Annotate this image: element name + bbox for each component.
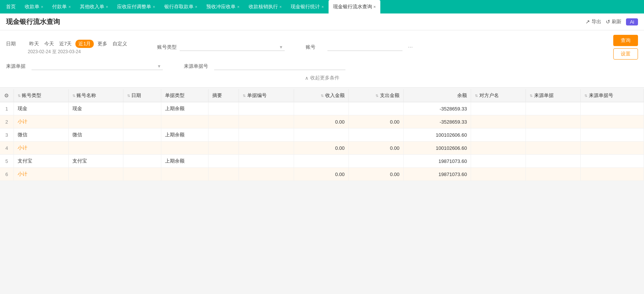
close-fukuandan-icon[interactable]: ×: [68, 4, 71, 9]
nav-tab-yushouchong[interactable]: 预收冲应收单 ×: [202, 0, 244, 13]
table-row: 5支付宝支付宝上期余额19871073.60: [0, 155, 644, 168]
export-button[interactable]: ↗ 导出: [585, 18, 601, 25]
cell-summary: [209, 142, 239, 155]
nav-tab-home[interactable]: 首页: [2, 0, 20, 13]
collapse-up-icon: ∧: [305, 75, 309, 81]
export-icon: ↗: [585, 19, 590, 25]
th-expense[interactable]: ⇅ 支出金额: [348, 89, 403, 102]
cell-date: [123, 102, 161, 115]
th-source-doc[interactable]: ⇅ 来源单据: [526, 89, 581, 102]
account-type-select[interactable]: ▾: [180, 43, 285, 51]
cell-source-doc: [526, 155, 581, 168]
cell-account-name: [68, 168, 123, 181]
account-more-icon[interactable]: ···: [405, 43, 415, 51]
nav-tab-tongji[interactable]: 现金银行统计 ×: [286, 0, 328, 13]
close-hexiao-icon[interactable]: ×: [279, 4, 282, 9]
close-liushui-icon[interactable]: ×: [374, 4, 376, 9]
date-1month[interactable]: 近1月: [75, 40, 94, 48]
cell-doc-type: 上期余额: [161, 155, 209, 168]
cell-account-name: 支付宝: [68, 155, 123, 168]
sort-counterparty-icon: ⇅: [475, 94, 478, 98]
nav-tab-liushui[interactable]: 现金银行流水查询 ×: [329, 0, 380, 13]
cell-account-name: [68, 142, 123, 155]
nav-tab-tiaozhen[interactable]: 应收应付调整单 ×: [113, 0, 159, 13]
cell-income: [294, 155, 348, 168]
table-settings-col[interactable]: ⚙: [0, 89, 14, 102]
table-row: 3微信微信上期余额100102606.60: [0, 128, 644, 142]
cell-date: [123, 142, 161, 155]
cell-doc-type: [161, 168, 209, 181]
th-source-doc-no[interactable]: ⇅ 来源单据号: [581, 89, 644, 102]
th-summary: 摘要: [209, 89, 239, 102]
cunqu-tab-label: 银行存取款单: [164, 3, 194, 10]
cell-counterparty: [471, 155, 525, 168]
account-input[interactable]: [327, 43, 402, 51]
cell-balance: 19871073.60: [403, 168, 471, 181]
settings-button[interactable]: 设置: [613, 48, 638, 60]
ai-label: Ai: [630, 19, 634, 25]
export-label: 导出: [591, 18, 601, 25]
cell-date: [123, 128, 161, 142]
account-filter: 账号 ···: [306, 43, 415, 51]
nav-tab-cunqu[interactable]: 银行存取款单 ×: [160, 0, 202, 13]
date-range-text: 2023-02-24 至 2023-03-24: [28, 49, 81, 54]
nav-tab-fukuandan[interactable]: 付款单 ×: [48, 0, 75, 13]
date-options: 昨天 今天 近7天 近1月 更多 自定义: [28, 40, 129, 48]
close-cunqu-icon[interactable]: ×: [195, 4, 197, 9]
cell-row-num: 1: [0, 102, 14, 115]
th-balance: 余额: [403, 89, 471, 102]
cell-source-doc-no: [581, 168, 644, 181]
close-tongji-icon[interactable]: ×: [321, 4, 324, 9]
source-doc-no-label: 来源单据号: [184, 63, 208, 70]
source-doc-no-input[interactable]: [214, 63, 345, 70]
page-header: 现金银行流水查询 ↗ 导出 ↺ 刷新 Ai: [0, 13, 644, 30]
close-shoukuandan-icon[interactable]: ×: [41, 4, 43, 9]
date-filter-group: 日期 昨天 今天 近7天 近1月 更多 自定义 2023-02-24 至 202…: [6, 40, 129, 55]
date-more[interactable]: 更多: [96, 40, 109, 48]
collapse-bar[interactable]: ∧ 收起更多条件: [6, 73, 638, 83]
cell-balance: -3528659.33: [403, 102, 471, 115]
date-custom[interactable]: 自定义: [111, 40, 129, 48]
nav-tab-hexiao[interactable]: 收款核销执行 ×: [244, 0, 286, 13]
cell-doc-type: 上期余额: [161, 102, 209, 115]
date-today[interactable]: 今天: [43, 40, 56, 48]
refresh-button[interactable]: ↺ 刷新: [606, 18, 621, 25]
tiaozhen-tab-label: 应收应付调整单: [117, 3, 151, 10]
cell-account-name: 现金: [68, 102, 123, 115]
table-gear-icon[interactable]: ⚙: [4, 93, 9, 98]
sort-date-icon: ⇅: [127, 94, 130, 98]
close-qitashouru-icon[interactable]: ×: [106, 4, 108, 9]
cell-expense: [348, 155, 403, 168]
sort-source-doc-icon: ⇅: [530, 94, 533, 98]
cell-date: [123, 115, 161, 128]
th-account-type[interactable]: ⇅ 账号类型: [14, 89, 68, 102]
cell-source-doc: [526, 115, 581, 128]
close-tiaozhen-icon[interactable]: ×: [153, 4, 155, 9]
nav-tab-qitashouru[interactable]: 其他收入单 ×: [75, 0, 113, 13]
th-account-name[interactable]: ⇅ 账号名称: [68, 89, 123, 102]
th-counterparty[interactable]: ⇅ 对方户名: [471, 89, 525, 102]
th-doc-no[interactable]: ⇅ 单据编号: [239, 89, 294, 102]
shoukuandan-tab-label: 收款单: [25, 3, 39, 10]
date-7days[interactable]: 近7天: [58, 40, 73, 48]
cell-balance: 100102606.60: [403, 128, 471, 142]
date-yesterday[interactable]: 昨天: [28, 40, 41, 48]
nav-tab-shoukuandan[interactable]: 收款单 ×: [20, 0, 48, 13]
cell-doc-no: [239, 128, 294, 142]
query-button[interactable]: 查询: [613, 35, 638, 46]
filter-row-2: 来源单据 ▾ 来源单据号: [6, 63, 638, 70]
ai-button[interactable]: Ai: [626, 18, 638, 25]
sort-account-name-icon: ⇅: [72, 94, 75, 98]
cell-summary: [209, 168, 239, 181]
th-date[interactable]: ⇅ 日期: [123, 89, 161, 102]
cell-balance: 19871073.60: [403, 155, 471, 168]
cell-date: [123, 155, 161, 168]
source-doc-select[interactable]: ▾: [32, 63, 163, 70]
th-income[interactable]: ⇅ 收入金额: [294, 89, 348, 102]
qitashouru-tab-label: 其他收入单: [80, 3, 104, 10]
cell-expense: 0.00: [348, 115, 403, 128]
close-yushouchong-icon[interactable]: ×: [237, 4, 239, 9]
home-tab-label: 首页: [6, 3, 16, 10]
refresh-label: 刷新: [612, 18, 621, 25]
cell-account-name: [68, 115, 123, 128]
